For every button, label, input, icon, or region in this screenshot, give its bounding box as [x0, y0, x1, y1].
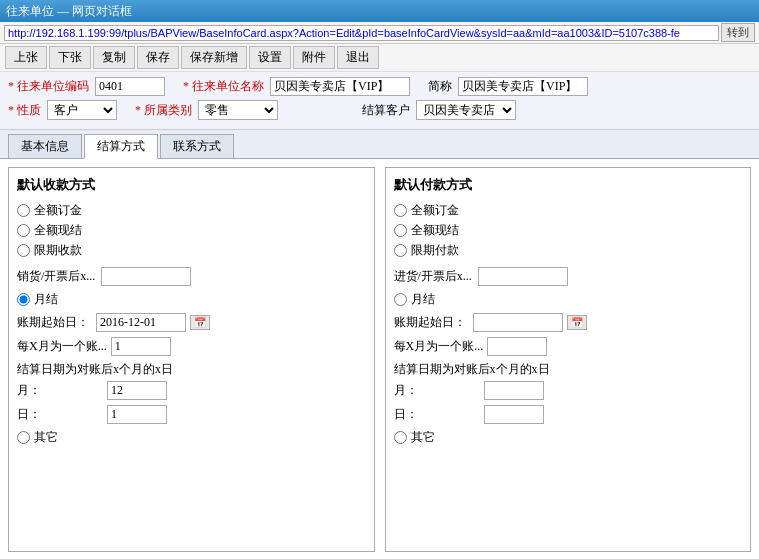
short-label: 简称 [428, 78, 452, 95]
left-radio-full-deposit-input[interactable] [17, 204, 30, 217]
right-day-row: 日： [394, 405, 743, 424]
right-date-input[interactable] [473, 313, 563, 332]
right-day-label: 日： [394, 406, 484, 423]
right-other-radio[interactable]: 其它 [394, 429, 743, 446]
property-select[interactable]: 客户 [47, 100, 117, 120]
left-calendar-button[interactable]: 📅 [190, 315, 210, 330]
right-calendar-button[interactable]: 📅 [567, 315, 587, 330]
right-radio-full-cash-input[interactable] [394, 224, 407, 237]
right-radio-limited[interactable]: 限期付款 [394, 242, 743, 259]
left-month-input[interactable] [107, 381, 167, 400]
category-select[interactable]: 零售 [198, 100, 278, 120]
tab-basic-info[interactable]: 基本信息 [8, 134, 82, 158]
left-date-label: 账期起始日： [17, 314, 92, 331]
attachment-button[interactable]: 附件 [293, 46, 335, 69]
left-panel: 默认收款方式 全额订金 全额现结 限期收款 销货/开票后x... 月结 [8, 167, 375, 552]
left-full-cash-label: 全额现结 [34, 222, 82, 239]
go-button[interactable]: 转到 [721, 23, 755, 42]
right-limited-label: 限期付款 [411, 242, 459, 259]
left-cycle-row: 每X月为一个账... [17, 337, 366, 356]
left-other-radio[interactable]: 其它 [17, 429, 366, 446]
right-panel: 默认付款方式 全额订金 全额现结 限期付款 进货/开票后x... 月结 [385, 167, 752, 552]
right-month-label: 月： [394, 382, 484, 399]
right-radio-full-cash[interactable]: 全额现结 [394, 222, 743, 239]
right-cycle-input[interactable] [487, 337, 547, 356]
settings-button[interactable]: 设置 [249, 46, 291, 69]
left-radio-full-cash[interactable]: 全额现结 [17, 222, 366, 239]
right-date-label: 账期起始日： [394, 314, 469, 331]
title-text: 往来单位 — 网页对话框 [6, 3, 132, 20]
left-limited-label: 限期收款 [34, 242, 82, 259]
left-panel-title: 默认收款方式 [17, 176, 366, 194]
left-radio-limited[interactable]: 限期收款 [17, 242, 366, 259]
code-label: * 往来单位编码 [8, 78, 89, 95]
next-button[interactable]: 下张 [49, 46, 91, 69]
left-date-input[interactable] [96, 313, 186, 332]
left-date-row: 账期起始日： 📅 [17, 313, 366, 332]
right-radio-full-deposit[interactable]: 全额订金 [394, 202, 743, 219]
save-new-button[interactable]: 保存新增 [181, 46, 247, 69]
left-monthly-radio[interactable]: 月结 [17, 291, 366, 308]
left-monthly-label: 月结 [34, 291, 58, 308]
right-other-label: 其它 [411, 429, 435, 446]
property-label: * 性质 [8, 102, 41, 119]
left-sales-row: 销货/开票后x... [17, 267, 366, 286]
right-purchase-label: 进货/开票后x... [394, 268, 474, 285]
form-area: * 往来单位编码 * 往来单位名称 简称 * 性质 客户 * 所属类别 零售 结… [0, 72, 759, 130]
settle-label: 结算客户 [362, 102, 410, 119]
right-monthly-label: 月结 [411, 291, 435, 308]
tab-settlement[interactable]: 结算方式 [84, 134, 158, 159]
code-input[interactable] [95, 77, 165, 96]
name-input[interactable] [270, 77, 410, 96]
right-purchase-row: 进货/开票后x... [394, 267, 743, 286]
right-radio-group: 全额订金 全额现结 限期付款 [394, 202, 743, 259]
left-sales-label: 销货/开票后x... [17, 268, 97, 285]
left-day-label: 日： [17, 406, 107, 423]
main-content: 默认收款方式 全额订金 全额现结 限期收款 销货/开票后x... 月结 [0, 159, 759, 559]
exit-button[interactable]: 退出 [337, 46, 379, 69]
short-input[interactable] [458, 77, 588, 96]
left-radio-full-deposit[interactable]: 全额订金 [17, 202, 366, 219]
tab-contact[interactable]: 联系方式 [160, 134, 234, 158]
right-purchase-input[interactable] [478, 267, 568, 286]
left-day-input[interactable] [107, 405, 167, 424]
right-cycle-label: 每X月为一个账... [394, 338, 484, 355]
left-other-radio-input[interactable] [17, 431, 30, 444]
left-month-label: 月： [17, 382, 107, 399]
right-full-deposit-label: 全额订金 [411, 202, 459, 219]
right-monthly-radio-input[interactable] [394, 293, 407, 306]
save-button[interactable]: 保存 [137, 46, 179, 69]
left-monthly-radio-input[interactable] [17, 293, 30, 306]
title-bar: 往来单位 — 网页对话框 [0, 0, 759, 22]
left-cycle-input[interactable] [111, 337, 171, 356]
right-cycle-row: 每X月为一个账... [394, 337, 743, 356]
left-day-row: 日： [17, 405, 366, 424]
right-radio-limited-input[interactable] [394, 244, 407, 257]
settle-select[interactable]: 贝因美专卖店【V [416, 100, 516, 120]
tabs: 基本信息 结算方式 联系方式 [0, 130, 759, 159]
copy-button[interactable]: 复制 [93, 46, 135, 69]
right-month-input[interactable] [484, 381, 544, 400]
right-month-row: 月： [394, 381, 743, 400]
right-radio-full-deposit-input[interactable] [394, 204, 407, 217]
right-settle-desc: 结算日期为对账后x个月的x日 [394, 361, 743, 378]
address-input[interactable] [4, 25, 719, 41]
left-radio-full-cash-input[interactable] [17, 224, 30, 237]
left-settle-desc: 结算日期为对账后x个月的x日 [17, 361, 366, 378]
category-label: * 所属类别 [135, 102, 192, 119]
left-month-row: 月： [17, 381, 366, 400]
left-radio-group: 全额订金 全额现结 限期收款 [17, 202, 366, 259]
left-sales-input[interactable] [101, 267, 191, 286]
right-date-row: 账期起始日： 📅 [394, 313, 743, 332]
right-monthly-radio[interactable]: 月结 [394, 291, 743, 308]
right-other-radio-input[interactable] [394, 431, 407, 444]
prev-button[interactable]: 上张 [5, 46, 47, 69]
right-day-input[interactable] [484, 405, 544, 424]
address-bar: 转到 [0, 22, 759, 44]
form-row-1: * 往来单位编码 * 往来单位名称 简称 [8, 77, 751, 96]
left-other-label: 其它 [34, 429, 58, 446]
left-radio-limited-input[interactable] [17, 244, 30, 257]
left-full-deposit-label: 全额订金 [34, 202, 82, 219]
left-cycle-label: 每X月为一个账... [17, 338, 107, 355]
right-panel-title: 默认付款方式 [394, 176, 743, 194]
